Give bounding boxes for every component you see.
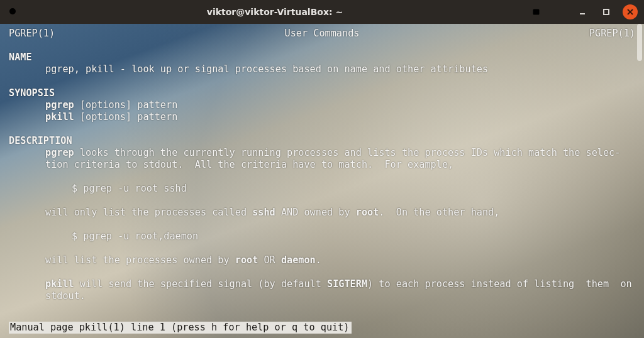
svg-line-1 bbox=[15, 14, 18, 16]
synopsis-pkill-rest: [options] pattern bbox=[74, 111, 178, 123]
d2tail: . On the other hand, bbox=[379, 207, 499, 218]
desc-p4-l1: pkill will send the specified signal (by… bbox=[9, 278, 635, 290]
example1: $ pgrep -u root sshd bbox=[9, 183, 635, 195]
scrollbar-thumb[interactable] bbox=[637, 24, 642, 61]
d4tail: ) to each process instead of listing the… bbox=[367, 278, 632, 290]
d2a: will only list the processes called bbox=[45, 207, 252, 218]
terminal-viewport[interactable]: PGREP(1) User Commands PGREP(1) NAME pgr… bbox=[0, 24, 644, 338]
maximize-button[interactable] bbox=[599, 4, 614, 19]
sigterm-bold: SIGTERM bbox=[327, 278, 367, 290]
desc-p2: will only list the processes called sshd… bbox=[9, 207, 635, 219]
section-name: NAME bbox=[9, 52, 635, 63]
d3tail: . bbox=[316, 254, 321, 266]
man-status-line: Manual page pkill(1) line 1 (press h for… bbox=[9, 322, 352, 334]
desc-p4-l2: stdout. bbox=[9, 290, 635, 302]
hamburger-menu-icon[interactable] bbox=[552, 5, 566, 19]
desc-p1-l1: pgrep looks through the currently runnin… bbox=[9, 147, 635, 159]
man-header: PGREP(1) User Commands PGREP(1) bbox=[9, 28, 635, 40]
close-button[interactable] bbox=[623, 4, 638, 19]
man-header-left: PGREP(1) bbox=[9, 28, 55, 40]
root-bold-2: root bbox=[235, 254, 258, 266]
d4a: will send the specified signal (by defau… bbox=[74, 278, 327, 290]
section-description: DESCRIPTION bbox=[9, 135, 635, 147]
name-line: pgrep, pkill - look up or signal process… bbox=[9, 63, 635, 75]
desc-pgrep-bold: pgrep bbox=[45, 147, 74, 158]
synopsis-pgrep-rest: [options] pattern bbox=[74, 99, 178, 111]
man-header-center: User Commands bbox=[285, 28, 360, 40]
window-title: viktor@viktor-VirtualBox: ~ bbox=[20, 7, 530, 17]
root-bold: root bbox=[356, 207, 379, 218]
minimize-button[interactable] bbox=[575, 4, 590, 19]
d3mid: OR bbox=[258, 254, 281, 266]
pgrep-bold: pgrep bbox=[45, 99, 74, 111]
d3a: will list the processes owned by bbox=[45, 254, 235, 266]
pkill-bold-2: pkill bbox=[45, 278, 74, 290]
svg-rect-9 bbox=[604, 9, 609, 14]
svg-point-0 bbox=[9, 8, 16, 14]
synopsis-pkill: pkill [options] pattern bbox=[9, 111, 635, 123]
daemon-bold: daemon bbox=[281, 254, 316, 266]
desc-p1-l2: tion criteria to stdout. All the criteri… bbox=[9, 159, 635, 171]
titlebar: viktor@viktor-VirtualBox: ~ bbox=[0, 0, 644, 24]
section-synopsis: SYNOPSIS bbox=[9, 87, 635, 99]
example2: $ pgrep -u root,daemon bbox=[9, 231, 635, 243]
scrollbar[interactable] bbox=[637, 24, 642, 335]
new-tab-icon[interactable] bbox=[530, 5, 543, 19]
sshd-bold: sshd bbox=[252, 207, 275, 218]
man-header-right: PGREP(1) bbox=[589, 28, 635, 40]
d2mid: AND owned by bbox=[275, 207, 356, 218]
svg-rect-2 bbox=[533, 9, 540, 15]
search-icon[interactable] bbox=[6, 5, 20, 19]
pkill-bold: pkill bbox=[45, 111, 74, 123]
titlebar-left bbox=[6, 5, 20, 19]
desc-p3: will list the processes owned by root OR… bbox=[9, 254, 635, 266]
desc-p1a: looks through the currently running proc… bbox=[74, 147, 621, 158]
synopsis-pgrep: pgrep [options] pattern bbox=[9, 99, 635, 111]
window-controls bbox=[530, 4, 638, 19]
